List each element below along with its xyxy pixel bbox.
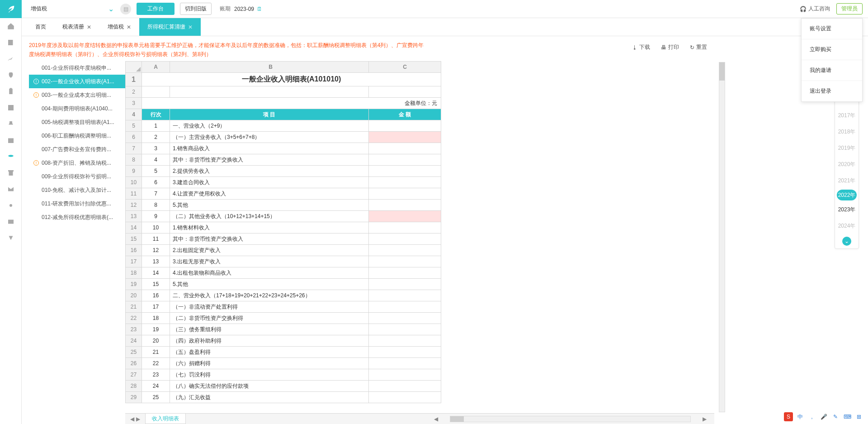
row-num[interactable]: 22 (126, 313, 142, 324)
cell-seq[interactable]: 21 (142, 347, 170, 358)
nav-archive-icon[interactable] (0, 165, 22, 181)
cell-item[interactable]: 其中：非货币性资产交换收入 (170, 233, 369, 245)
form-list-item[interactable]: 006-职工薪酬纳税调整明细... (29, 129, 125, 143)
cell-seq[interactable]: 3 (142, 143, 170, 154)
cell-amount[interactable] (369, 335, 441, 347)
row-num[interactable]: 8 (126, 154, 142, 166)
cell-amount[interactable] (369, 267, 441, 279)
row-num[interactable]: 16 (126, 245, 142, 256)
close-icon[interactable]: ✕ (188, 24, 193, 30)
sheet-nav-prev[interactable]: ◀ ▶ (125, 414, 145, 424)
cell-seq[interactable]: 20 (142, 335, 170, 347)
row-num[interactable]: 19 (126, 279, 142, 290)
cell-amount[interactable] (369, 313, 441, 324)
consult-link[interactable]: 🎧 人工咨询 (800, 5, 830, 13)
row-num[interactable]: 6 (126, 132, 142, 143)
ime-keyboard-icon[interactable]: ⌨ (843, 412, 852, 421)
nav-ledger-icon[interactable] (0, 34, 22, 51)
row-num[interactable]: 11 (126, 188, 142, 200)
row-num[interactable]: 24 (126, 335, 142, 347)
hdr-amount[interactable]: 金 额 (369, 109, 441, 120)
ime-pen-icon[interactable]: ✎ (831, 412, 840, 421)
ime-grid-icon[interactable]: ⊞ (854, 412, 863, 421)
form-list-item[interactable]: 001-企业所得税年度纳税申... (29, 61, 125, 75)
print-link[interactable]: 🖶打印 (661, 43, 679, 51)
row-num[interactable]: 9 (126, 166, 142, 177)
sheet-nav-left[interactable]: ◀ (426, 414, 446, 424)
calendar-icon[interactable]: 🗓 (257, 6, 262, 12)
cell-item[interactable]: 一、营业收入（2+9） (170, 120, 369, 132)
cell-amount[interactable] (369, 347, 441, 358)
row-num[interactable]: 1 (126, 73, 142, 86)
download-link[interactable]: ⭳下载 (632, 43, 650, 51)
nav-v-icon[interactable] (0, 230, 22, 246)
cell-amount[interactable] (369, 358, 441, 369)
cell-seq[interactable]: 8 (142, 200, 170, 211)
cell-item[interactable]: 2.出租固定资产收入 (170, 245, 369, 256)
workspace-button[interactable]: 工作台 (137, 3, 175, 15)
col-header-a[interactable]: A (142, 62, 170, 73)
scrollbar-thumb[interactable] (719, 62, 725, 81)
year-item[interactable]: 2021年 (835, 172, 859, 189)
cell-seq[interactable]: 19 (142, 324, 170, 335)
row-num[interactable]: 5 (126, 120, 142, 132)
form-list-item[interactable]: 007-广告费和业务宣传费跨... (29, 143, 125, 156)
cell-seq[interactable]: 2 (142, 132, 170, 143)
form-list-item[interactable]: 010-免税、减计收入及加计... (29, 183, 125, 197)
cell-amount[interactable] (369, 256, 441, 267)
horizontal-scrollbar[interactable] (450, 416, 691, 422)
vertical-scrollbar[interactable] (719, 62, 725, 412)
ime-mic-icon[interactable]: 🎤 (819, 412, 828, 421)
cell-seq[interactable]: 10 (142, 222, 170, 233)
row-num[interactable]: 18 (126, 267, 142, 279)
cell-item[interactable]: （一）主营业务收入（3+5+6+7+8） (170, 132, 369, 143)
row-num[interactable]: 23 (126, 324, 142, 335)
close-icon[interactable]: ✕ (87, 24, 91, 30)
nav-video-icon[interactable] (0, 214, 22, 230)
row-num[interactable]: 3 (126, 98, 142, 109)
nav-calendar-icon[interactable] (0, 132, 22, 148)
form-list-item[interactable]: 011-研发费用加计扣除优惠... (29, 197, 125, 210)
nav-money-icon[interactable] (0, 67, 22, 83)
form-list-item[interactable]: !003-一般企业成本支出明细... (29, 88, 125, 102)
cell-seq[interactable]: 1 (142, 120, 170, 132)
year-item[interactable]: 2019年 (835, 140, 859, 156)
cell-item[interactable]: （九）汇兑收益 (170, 392, 369, 403)
close-icon[interactable]: ✕ (127, 24, 131, 30)
nav-mail-icon[interactable] (0, 181, 22, 197)
row-num[interactable]: 13 (126, 211, 142, 222)
row-num[interactable]: 14 (126, 222, 142, 233)
cell-item[interactable]: 3.建造合同收入 (170, 177, 369, 188)
form-list-item[interactable]: 012-减免所得税优惠明细表(... (29, 210, 125, 224)
cell-item[interactable]: 3.出租无形资产收入 (170, 256, 369, 267)
scrollbar-thumb[interactable] (450, 416, 464, 422)
cell-amount[interactable] (369, 233, 441, 245)
cell-item[interactable]: 4.出租包装物和商品收入 (170, 267, 369, 279)
cell-seq[interactable]: 11 (142, 233, 170, 245)
spreadsheet[interactable]: A B C 1一般企业收入明细表(A101010) 2 3金额单位：元 4行次项… (125, 61, 441, 403)
cell-amount[interactable] (369, 211, 441, 222)
cell-amount[interactable] (369, 154, 441, 166)
cell-seq[interactable]: 16 (142, 290, 170, 301)
cell-item[interactable]: 二、营业外收入（17+18+19+20+21+22+23+24+25+26） (170, 290, 369, 301)
row-num[interactable]: 26 (126, 358, 142, 369)
ime-punct[interactable]: , (807, 412, 816, 421)
row-num[interactable]: 25 (126, 347, 142, 358)
cell-amount[interactable] (369, 166, 441, 177)
row-num[interactable]: 21 (126, 301, 142, 313)
nav-chart-icon[interactable] (0, 51, 22, 67)
cell-amount[interactable] (369, 392, 441, 403)
sheet-unit[interactable]: 金额单位：元 (142, 98, 441, 109)
cell-item[interactable]: 5.其他 (170, 200, 369, 211)
row-num[interactable]: 2 (126, 86, 142, 98)
doc-icon[interactable]: ▤ (120, 4, 131, 14)
cell-amount[interactable] (369, 143, 441, 154)
cell-item[interactable]: （五）盘盈利得 (170, 347, 369, 358)
menu-logout[interactable]: 退出登录 (802, 81, 862, 101)
form-list-item[interactable]: !008-资产折旧、摊销及纳税... (29, 156, 125, 170)
period-value[interactable]: 2023-09 (234, 6, 254, 12)
row-num[interactable]: 7 (126, 143, 142, 154)
row-num[interactable]: 29 (126, 392, 142, 403)
hdr-item[interactable]: 项 目 (170, 109, 369, 120)
year-item[interactable]: 2022年 (837, 190, 857, 200)
